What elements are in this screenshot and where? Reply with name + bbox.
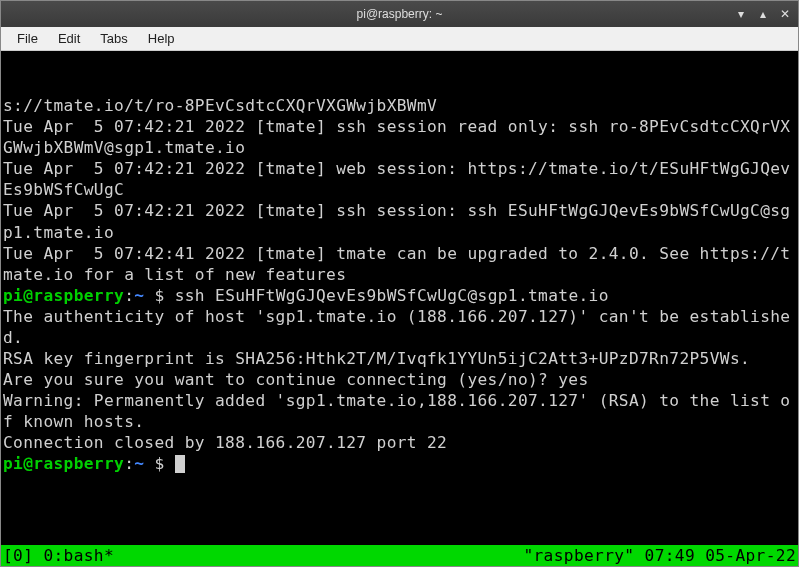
prompt-user: pi@raspberry xyxy=(3,286,124,305)
prompt-user: pi@raspberry xyxy=(3,454,124,473)
term-line: s://tmate.io/t/ro-8PEvCsdtcCXQrVXGWwjbXB… xyxy=(3,96,437,115)
term-line: RSA key fingerprint is SHA256:Hthk2T/M/I… xyxy=(3,349,750,368)
term-line: Connection closed by 188.166.207.127 por… xyxy=(3,433,447,452)
window-titlebar: pi@raspberry: ~ ▾ ▴ ✕ xyxy=(1,1,798,27)
statusbar-left: [0] 0:bash* xyxy=(3,545,114,566)
menu-edit[interactable]: Edit xyxy=(50,29,88,48)
minimize-icon[interactable]: ▾ xyxy=(734,7,748,21)
term-line: Warning: Permanently added 'sgp1.tmate.i… xyxy=(3,391,790,431)
menubar: File Edit Tabs Help xyxy=(1,27,798,51)
term-line: Are you sure you want to continue connec… xyxy=(3,370,589,389)
menu-help[interactable]: Help xyxy=(140,29,183,48)
maximize-icon[interactable]: ▴ xyxy=(756,7,770,21)
prompt-sep: : xyxy=(124,286,134,305)
tmux-statusbar: [0] 0:bash* "raspberry" 07:49 05-Apr-22 xyxy=(1,545,798,566)
terminal[interactable]: s://tmate.io/t/ro-8PEvCsdtcCXQrVXGWwjbXB… xyxy=(1,51,798,566)
terminal-cursor xyxy=(175,455,185,473)
prompt-path: ~ xyxy=(134,286,144,305)
term-line: Tue Apr 5 07:42:21 2022 [tmate] ssh sess… xyxy=(3,201,790,241)
menu-file[interactable]: File xyxy=(9,29,46,48)
window-controls: ▾ ▴ ✕ xyxy=(734,7,792,21)
statusbar-right: "raspberry" 07:49 05-Apr-22 xyxy=(523,545,796,566)
term-line: Tue Apr 5 07:42:21 2022 [tmate] web sess… xyxy=(3,159,790,199)
prompt-sep: : xyxy=(124,454,134,473)
term-line: Tue Apr 5 07:42:21 2022 [tmate] ssh sess… xyxy=(3,117,790,157)
prompt-path: ~ xyxy=(134,454,144,473)
menu-tabs[interactable]: Tabs xyxy=(92,29,135,48)
close-icon[interactable]: ✕ xyxy=(778,7,792,21)
prompt-dollar: $ xyxy=(144,286,174,305)
prompt-command: ssh ESuHFtWgGJQevEs9bWSfCwUgC@sgp1.tmate… xyxy=(175,286,609,305)
prompt-dollar: $ xyxy=(144,454,174,473)
terminal-content: s://tmate.io/t/ro-8PEvCsdtcCXQrVXGWwjbXB… xyxy=(3,95,796,474)
term-line: Tue Apr 5 07:42:41 2022 [tmate] tmate ca… xyxy=(3,244,790,284)
window-title: pi@raspberry: ~ xyxy=(1,7,798,21)
term-line: The authenticity of host 'sgp1.tmate.io … xyxy=(3,307,790,347)
